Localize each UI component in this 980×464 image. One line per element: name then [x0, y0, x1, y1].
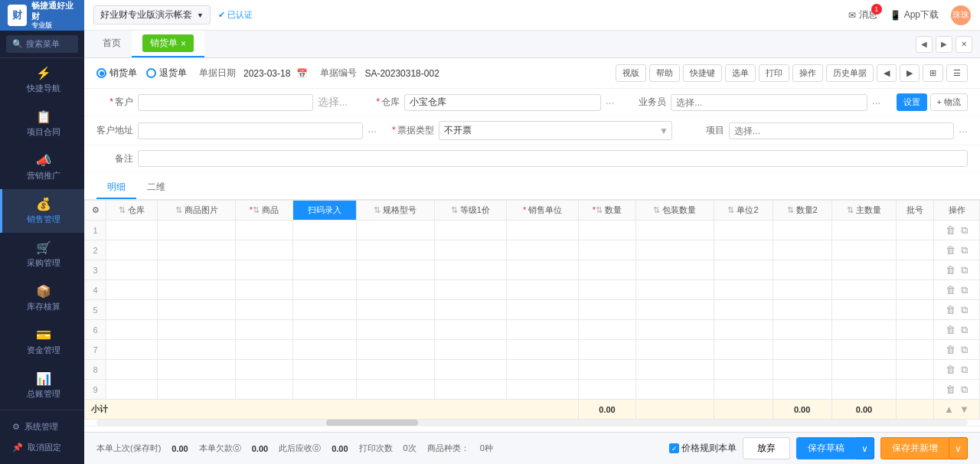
row-7-copy-btn[interactable]: ⧉	[959, 344, 969, 356]
layout-btn2[interactable]: ☰	[946, 64, 968, 82]
tab-2d[interactable]: 二维	[136, 177, 176, 199]
row-3-product[interactable]	[236, 260, 292, 280]
row-6-spec[interactable]	[356, 320, 434, 340]
row-2-unit2[interactable]	[714, 240, 773, 260]
row-4-unit2[interactable]	[714, 280, 773, 300]
layout-btn1[interactable]: ⊞	[923, 64, 943, 82]
shortcut-btn[interactable]: 快捷键	[683, 64, 722, 82]
row-5-spec[interactable]	[356, 300, 434, 320]
tab-sales-order[interactable]: 销货单 ×	[132, 31, 204, 57]
row-7-main-qty[interactable]	[831, 340, 897, 360]
row-8-qty[interactable]	[579, 360, 635, 380]
row-7-qty[interactable]	[579, 340, 635, 360]
row-1-warehouse[interactable]	[106, 221, 158, 240]
row-8-batch[interactable]	[897, 360, 934, 380]
row-4-batch[interactable]	[897, 280, 934, 300]
row-2-qty[interactable]	[579, 240, 635, 260]
row-6-product[interactable]	[236, 320, 292, 340]
row-6-warehouse[interactable]	[106, 320, 158, 340]
row-4-spec[interactable]	[356, 280, 434, 300]
row-9-barcode[interactable]	[292, 380, 356, 400]
row-1-main-qty[interactable]	[831, 221, 897, 240]
view-btn[interactable]: 视版	[616, 64, 646, 82]
row-9-product-img[interactable]	[158, 380, 236, 400]
save-new-button[interactable]: 保存并新增	[880, 437, 949, 459]
radio-return[interactable]: 退货单	[146, 67, 187, 80]
row-2-product-img[interactable]	[158, 240, 236, 260]
row-5-copy-btn[interactable]: ⧉	[959, 304, 969, 316]
row-4-warehouse[interactable]	[106, 280, 158, 300]
price-check-checkbox[interactable]: ✓	[669, 443, 679, 453]
sidebar-item-purchase[interactable]: 🛒 采购管理	[0, 233, 84, 276]
sort-icon8[interactable]: ⇅	[727, 205, 734, 214]
addrow-btn[interactable]: + 物流	[930, 93, 968, 111]
row-2-price1[interactable]	[434, 240, 506, 260]
row-9-sales-unit[interactable]	[506, 380, 579, 400]
th-settings[interactable]: ⚙	[85, 201, 106, 221]
price-check-item[interactable]: ✓ 价格规则本单	[669, 442, 737, 455]
row-2-pack-qty[interactable]	[635, 240, 714, 260]
row-2-batch[interactable]	[897, 240, 934, 260]
row-9-main-qty[interactable]	[831, 380, 897, 400]
company-selector[interactable]: 好业财专业版演示帐套 ▼	[93, 5, 211, 25]
history-btn[interactable]: 历史单据	[826, 64, 874, 82]
row-1-sales-unit[interactable]	[506, 221, 579, 240]
sort-icon9[interactable]: ⇅	[787, 205, 794, 214]
row-2-copy-btn[interactable]: ⧉	[959, 244, 969, 257]
tab-close-all-button[interactable]: ✕	[956, 36, 972, 53]
row-7-qty2[interactable]	[773, 340, 831, 360]
row-7-pack-qty[interactable]	[635, 340, 714, 360]
row-3-main-qty[interactable]	[831, 260, 897, 280]
row-6-unit2[interactable]	[714, 320, 773, 340]
row-5-warehouse[interactable]	[106, 300, 158, 320]
sidebar-item-accounting[interactable]: 📊 总账管理	[0, 364, 84, 407]
sort-icon7[interactable]: ⇅	[653, 205, 660, 214]
row-3-spec[interactable]	[356, 260, 434, 280]
row-5-product[interactable]	[236, 300, 292, 320]
setup-btn[interactable]: 设置	[897, 93, 927, 111]
row-7-barcode[interactable]	[292, 340, 356, 360]
row-9-batch[interactable]	[897, 380, 934, 400]
tab-close-icon[interactable]: ×	[181, 38, 186, 49]
row-6-copy-btn[interactable]: ⧉	[959, 324, 969, 336]
row-9-qty[interactable]	[579, 380, 635, 400]
row-6-price1[interactable]	[434, 320, 506, 340]
row-6-main-qty[interactable]	[831, 320, 897, 340]
sort-icon10[interactable]: ⇅	[847, 205, 854, 214]
row-1-delete-btn[interactable]: 🗑	[944, 224, 957, 236]
row-1-batch[interactable]	[897, 221, 934, 240]
row-5-batch[interactable]	[897, 300, 934, 320]
row-6-qty[interactable]	[579, 320, 635, 340]
sort-icon4[interactable]: ⇅	[374, 205, 381, 214]
row-9-copy-btn[interactable]: ⧉	[959, 384, 969, 396]
row-1-price1[interactable]	[434, 221, 506, 240]
sort-icon2[interactable]: ⇅	[175, 205, 182, 214]
salesperson-input[interactable]	[671, 94, 867, 111]
row-3-warehouse[interactable]	[106, 260, 158, 280]
sidebar-settings[interactable]: ⚙ 系统管理	[6, 417, 78, 437]
row-5-product-img[interactable]	[158, 300, 236, 320]
row-4-qty2[interactable]	[773, 280, 831, 300]
sort-icon[interactable]: ⇅	[119, 205, 126, 214]
sidebar-cancel-pin[interactable]: 📌 取消固定	[6, 437, 78, 458]
row-9-product[interactable]	[236, 380, 292, 400]
sort-icon6[interactable]: ⇅	[596, 205, 603, 214]
row-5-pack-qty[interactable]	[635, 300, 714, 320]
row-2-warehouse[interactable]	[106, 240, 158, 260]
messages-button[interactable]: ✉ 消息 1	[848, 8, 877, 21]
warehouse-input[interactable]	[404, 94, 601, 111]
row-7-batch[interactable]	[897, 340, 934, 360]
search-menu[interactable]: 🔍 搜索菜单	[6, 35, 78, 53]
th-barcode[interactable]: 扫码录入	[292, 201, 356, 221]
table-scrollbar[interactable]	[96, 420, 968, 426]
row-5-qty[interactable]	[579, 300, 635, 320]
row-2-spec[interactable]	[356, 240, 434, 260]
row-9-delete-btn[interactable]: 🗑	[944, 384, 957, 395]
row-4-sales-unit[interactable]	[506, 280, 579, 300]
sidebar-item-project[interactable]: 📋 项目合同	[0, 102, 84, 145]
row-9-spec[interactable]	[356, 380, 434, 400]
row-7-spec[interactable]	[356, 340, 434, 360]
row-2-sales-unit[interactable]	[506, 240, 579, 260]
sidebar-item-fund[interactable]: 💳 资金管理	[0, 320, 84, 364]
row-8-sales-unit[interactable]	[506, 360, 579, 380]
